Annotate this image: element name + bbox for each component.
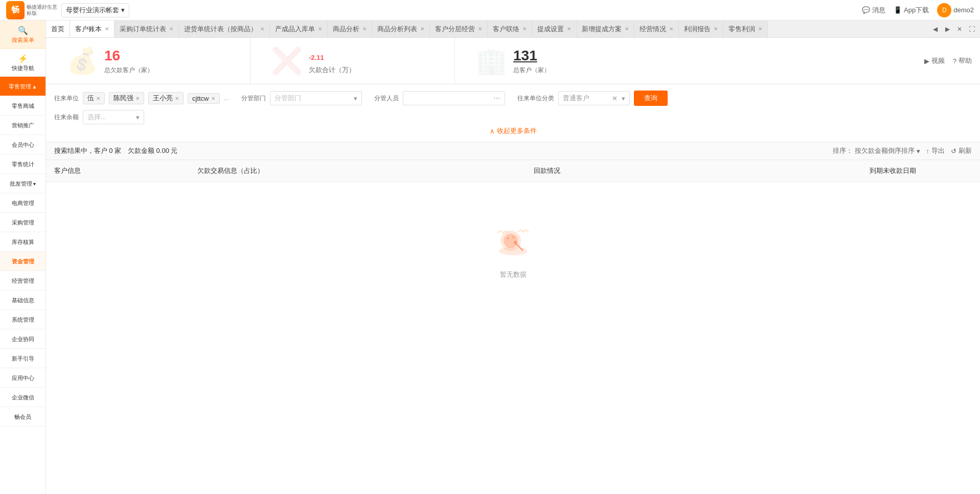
sidebar-item-retail-stats[interactable]: 零售统计	[0, 154, 45, 174]
refresh-label: 刷新	[959, 146, 972, 155]
sidebar-item-wholesale[interactable]: 批发管理 ▾	[0, 174, 45, 193]
tab-customer-contact[interactable]: 客户联络 ✕	[488, 20, 532, 38]
filter-category-clear[interactable]: ✕	[612, 95, 618, 102]
sidebar-item-basic-info[interactable]: 基础信息	[0, 290, 45, 310]
filter-tag-cjttcw-close[interactable]: ✕	[211, 96, 215, 101]
tab-customers-close[interactable]: ✕	[105, 26, 109, 32]
debt-prefix: 欠款金额	[128, 147, 154, 154]
quicknav-icon: ⚡	[18, 54, 28, 63]
filter-person-select[interactable]: ···	[403, 91, 505, 105]
sidebar: 🔍 搜索菜单 ⚡ 快捷导航 零售管理 ▲ 零售商城 营销推广 会员中心 零售统计…	[0, 20, 46, 494]
tab-customer-contact-close[interactable]: ✕	[522, 26, 527, 32]
message-btn[interactable]: 💬 消息	[862, 6, 885, 15]
filter-more-btn[interactable]: ...	[224, 95, 229, 102]
filter-tag-chen-close[interactable]: ✕	[135, 96, 140, 101]
sidebar-item-finance[interactable]: 资金管理	[0, 252, 45, 271]
tab-customer-tier[interactable]: 客户分层经营 ✕	[430, 20, 488, 38]
sidebar-item-sys-mgmt[interactable]: 系统管理	[0, 310, 45, 329]
sidebar-item-enterprise[interactable]: 企业协同	[0, 329, 45, 349]
filter-tag-wu-close[interactable]: ✕	[96, 96, 100, 101]
tab-production[interactable]: 产成品入库单 ✕	[270, 20, 328, 38]
stat-card3-info: 131 总客户（家）	[513, 48, 550, 75]
filter-tag-chen: 陈民强 ✕	[109, 92, 144, 104]
sidebar-sys-mgmt-label: 系统管理	[12, 316, 34, 324]
sidebar-search-label: 搜索菜单	[12, 36, 34, 44]
tab-profit-report-close[interactable]: ✕	[714, 26, 718, 32]
filter-tag-wang-close[interactable]: ✕	[175, 96, 179, 101]
tab-new-raise[interactable]: 新增提成方案 ✕	[577, 20, 634, 38]
tab-retail-profit[interactable]: 零售利润 ✕	[723, 20, 768, 38]
tab-inbound-stats-close[interactable]: ✕	[260, 26, 264, 32]
filter-tag-wang: 王小亮 ✕	[148, 92, 184, 104]
stat-card-total-customers: 🏢 131 总客户（家）	[455, 38, 659, 84]
filter-category-select[interactable]: 普通客户 ✕ ▾	[558, 91, 630, 105]
stat-card1-info: 16 总欠款客户（家）	[104, 48, 153, 75]
sidebar-item-retail[interactable]: 零售管理 ▲	[0, 77, 45, 96]
tab-customer-tier-close[interactable]: ✕	[478, 26, 482, 32]
empty-text: 暂无数据	[500, 270, 527, 279]
refresh-btn[interactable]: ↺ 刷新	[951, 146, 972, 155]
sidebar-item-purchase[interactable]: 采购管理	[0, 213, 45, 232]
filter-dept-select[interactable]: 分管部门 ▾	[270, 91, 362, 105]
sidebar-search-btn[interactable]: 🔍 搜索菜单	[0, 20, 45, 49]
tab-inbound-stats[interactable]: 进货单统计表（按商品） ✕	[179, 20, 270, 38]
tab-home[interactable]: 首页	[46, 20, 70, 38]
sidebar-item-vip-member[interactable]: 畅会员	[0, 407, 45, 426]
sidebar-item-app-center[interactable]: 应用中心	[0, 368, 45, 388]
filter-unit-label: 往来单位	[54, 94, 79, 103]
table-header: 客户信息 欠款交易信息（占比） 回款情况 到期未收款日期	[46, 160, 980, 182]
stats-bar: 💰 16 总欠款客户（家） ❌ -2.11 欠款合计（万）	[46, 38, 980, 84]
tab-business-status-close[interactable]: ✕	[669, 26, 673, 32]
stat-card1-icon: 💰	[66, 46, 98, 76]
sidebar-item-retail-mall[interactable]: 零售商城	[0, 96, 45, 116]
svg-point-2	[504, 234, 518, 248]
app-download-btn[interactable]: 📱 App下载	[894, 6, 929, 15]
search-result-info: 搜索结果中，客户 0 家 欠款金额 0.00 元	[54, 146, 177, 155]
sidebar-item-ecommerce[interactable]: 电商管理	[0, 193, 45, 213]
collapse-filter-btn[interactable]: ∧ 收起更多条件	[54, 126, 972, 136]
store-selector[interactable]: 母婴行业演示帐套 ▾	[61, 3, 129, 17]
tab-raise-settings[interactable]: 提成设置 ✕	[532, 20, 577, 38]
tab-customer-contact-label: 客户联络	[493, 25, 519, 34]
tab-maximize-btn[interactable]: ⛶	[967, 24, 977, 34]
filter-person-dots[interactable]: ···	[493, 94, 500, 103]
video-help-btn[interactable]: ▶ 视频	[924, 56, 945, 65]
filter-dept-arrow: ▾	[354, 95, 357, 102]
customer-count: 0	[109, 147, 112, 154]
tab-next-btn[interactable]: ▶	[942, 24, 952, 34]
sidebar-item-operations[interactable]: 经营管理	[0, 271, 45, 290]
tab-product-analysis[interactable]: 商品分析 ✕	[328, 20, 372, 38]
tab-purchase-orders[interactable]: 采购订单统计表 ✕	[115, 20, 179, 38]
user-area[interactable]: D demo2	[937, 3, 974, 17]
tab-customers[interactable]: 客户账本 ✕	[70, 20, 115, 38]
filter-balance-select[interactable]: 选择... ▾	[83, 110, 144, 124]
tab-production-close[interactable]: ✕	[318, 26, 322, 32]
sidebar-item-enterprise-wechat[interactable]: 企业微信	[0, 388, 45, 407]
sidebar-quicknav-btn[interactable]: ⚡ 快捷导航	[0, 49, 45, 77]
tab-product-analysis-close[interactable]: ✕	[362, 26, 367, 32]
sort-arrow: ▾	[917, 147, 920, 155]
help-btn[interactable]: ? 帮助	[953, 56, 972, 65]
tab-business-status[interactable]: 经营情况 ✕	[634, 20, 679, 38]
svg-point-6	[512, 236, 514, 238]
tab-product-analysis-list-label: 商品分析列表	[377, 25, 417, 34]
sidebar-item-marketing[interactable]: 营销推广	[0, 116, 45, 135]
sort-select[interactable]: 排序： 按欠款金额倒序排序 ▾	[833, 146, 920, 155]
tab-product-analysis-list[interactable]: 商品分析列表 ✕	[372, 20, 430, 38]
tab-product-analysis-list-close[interactable]: ✕	[420, 26, 424, 32]
message-label: 消息	[872, 6, 885, 15]
user-name: demo2	[953, 6, 974, 14]
sidebar-item-member[interactable]: 会员中心	[0, 135, 45, 154]
sidebar-item-inventory[interactable]: 库存核算	[0, 232, 45, 252]
tab-profit-report[interactable]: 利润报告 ✕	[679, 20, 723, 38]
help-icon: ?	[953, 57, 956, 65]
tab-new-raise-close[interactable]: ✕	[625, 26, 629, 32]
tab-purchase-orders-close[interactable]: ✕	[169, 26, 173, 32]
query-button[interactable]: 查询	[634, 91, 668, 106]
tab-raise-settings-close[interactable]: ✕	[567, 26, 571, 32]
tab-prev-btn[interactable]: ◀	[930, 24, 940, 34]
sidebar-item-new-guide[interactable]: 新手引导	[0, 349, 45, 368]
tab-close-all-btn[interactable]: ✕	[954, 24, 965, 34]
export-btn[interactable]: ↑ 导出	[926, 146, 945, 155]
tab-retail-profit-close[interactable]: ✕	[758, 26, 762, 32]
